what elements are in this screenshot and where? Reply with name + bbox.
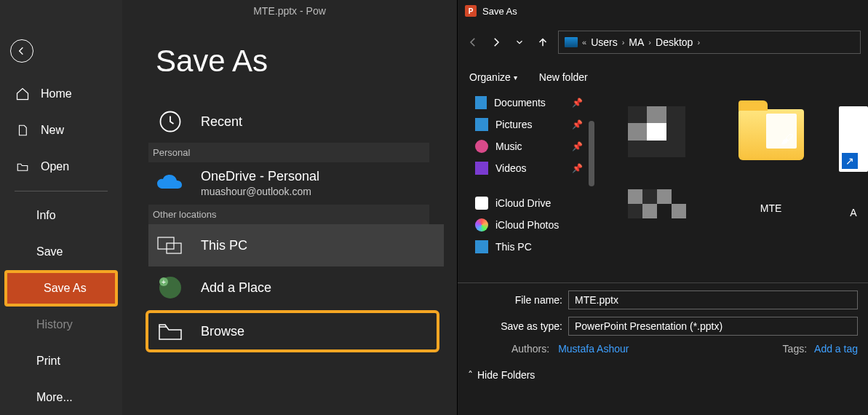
breadcrumb-ma[interactable]: MA› [629,36,651,48]
sidebar-scrollbar[interactable] [589,121,594,186]
content-item-3[interactable]: ↗ A [839,99,868,282]
videos-icon [475,162,488,175]
location-browse[interactable]: Browse [146,310,439,352]
svg-text:+: + [162,278,166,286]
hide-folders-button[interactable]: ˄ Hide Folders [468,369,535,381]
section-other: Other locations [148,205,429,224]
clock-icon [156,107,185,136]
dialog-toolbar: Organize ▾ New folder [458,63,868,92]
sidebar-this-pc[interactable]: This PC [475,236,596,258]
nav-info[interactable]: Info [0,197,122,234]
content-item-1[interactable] [610,99,703,282]
sidebar-pictures[interactable]: Pictures📌 [475,114,596,135]
tags-value[interactable]: Add a tag [814,343,858,355]
pictures-icon [475,118,488,131]
nav-new[interactable]: New [0,112,122,149]
folder-open-icon [15,160,31,173]
section-personal: Personal [148,143,429,162]
authors-value[interactable]: Mustafa Ashour [558,343,629,355]
sidebar-music[interactable]: Music📌 [475,135,596,157]
sidebar-icloud-photos[interactable]: iCloud Photos [475,214,596,236]
chevron-down-icon: ▾ [514,74,517,82]
folder-open-icon [156,317,185,346]
desktop-icon [565,37,578,47]
powerpoint-icon: P [465,5,477,17]
sidebar-documents[interactable]: Documents📌 [475,92,596,114]
content-label: A [839,207,868,218]
sidebar-videos[interactable]: Videos📌 [475,157,596,179]
this-pc-icon [156,231,185,260]
window-title: MTE.pptx - Pow [122,0,457,22]
chevron-up-icon: ˄ [468,369,473,381]
filename-label: File name: [468,294,562,306]
dialog-nav-bar: « Users› MA› Desktop› [458,22,868,63]
nav-save[interactable]: Save [0,234,122,270]
pin-icon[interactable]: 📌 [572,163,583,173]
documents-icon [475,96,487,109]
dialog-title: Save As [482,6,517,17]
page-title: Save As [156,44,457,79]
nav-label: Open [41,160,69,173]
location-label: Recent [201,114,242,130]
content-label: MTE [725,202,817,214]
icloud-drive-icon [475,197,488,210]
backstage-nav: Home New Open Info Save Save As History … [0,0,122,415]
this-pc-icon [475,240,488,253]
location-label: This PC [201,238,247,253]
dialog-titlebar: P Save As [458,0,868,22]
savetype-select[interactable]: PowerPoint Presentation (*.pptx) [568,317,858,336]
authors-label: Authors: [511,343,549,355]
nav-more[interactable]: More... [0,379,122,415]
savetype-label: Save as type: [468,320,562,332]
icloud-photos-icon [475,218,488,232]
back-button[interactable] [10,39,33,63]
file-icon [15,123,31,138]
nav-history[interactable]: History [0,307,122,343]
organize-button[interactable]: Organize ▾ [469,71,517,83]
nav-print[interactable]: Print [0,343,122,379]
breadcrumb-prefix: « [582,38,586,47]
dialog-bottom: File name: MTE.pptx Save as type: PowerP… [458,282,868,355]
location-recent[interactable]: Recent [148,100,444,143]
pin-icon[interactable]: 📌 [572,98,583,108]
nav-label: New [41,124,64,137]
nav-label: Home [41,87,72,100]
sidebar-icloud-drive[interactable]: iCloud Drive [475,192,596,214]
nav-forward-button[interactable] [488,34,504,50]
nav-divider [15,191,108,191]
nav-up-button[interactable] [535,34,551,50]
nav-history-dropdown[interactable] [511,34,527,50]
new-folder-button[interactable]: New folder [539,71,588,83]
location-this-pc[interactable]: This PC [148,224,444,266]
tags-label: Tags: [783,343,807,355]
dialog-content: MTE ↗ A [596,92,868,282]
nav-open[interactable]: Open [0,149,122,185]
home-icon [15,87,31,101]
dialog-sidebar: Documents📌 Pictures📌 Music📌 Videos📌 iClo… [458,92,596,282]
filename-input[interactable]: MTE.pptx [568,290,858,309]
pin-icon[interactable]: 📌 [572,141,583,151]
save-as-dialog: P Save As « Users› MA› Desktop› Organize… [457,0,868,415]
music-icon [475,140,488,153]
address-bar[interactable]: « Users› MA› Desktop› [558,31,861,54]
breadcrumb-desktop[interactable]: Desktop› [656,36,700,48]
location-subtitle: muashour@outlook.com [201,186,319,198]
breadcrumb-users[interactable]: Users› [591,36,624,48]
content-item-mte[interactable]: MTE [725,99,817,282]
add-place-icon: + [156,273,185,302]
nav-back-button[interactable] [465,34,481,50]
pin-icon[interactable]: 📌 [572,119,583,130]
location-onedrive[interactable]: OneDrive - Personal muashour@outlook.com [148,162,444,205]
location-add-place[interactable]: + Add a Place [148,266,444,309]
location-label: OneDrive - Personal [201,169,319,185]
nav-home[interactable]: Home [0,76,122,112]
nav-save-as[interactable]: Save As [4,270,118,307]
save-as-panel: Save As Recent Personal OneDrive - Perso… [122,22,457,415]
shortcut-icon: ↗ [842,153,858,169]
onedrive-icon [156,169,185,198]
location-label: Add a Place [201,280,271,296]
location-label: Browse [201,324,244,339]
